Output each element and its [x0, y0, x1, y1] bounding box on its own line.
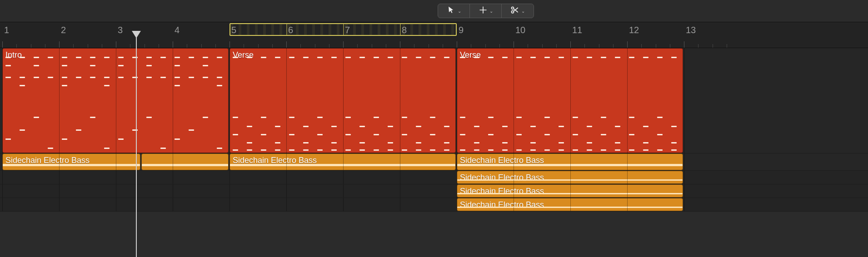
pencil-tool[interactable]: ⌄: [470, 4, 502, 18]
ruler-subtick: [244, 44, 244, 48]
grid-line: [684, 153, 684, 170]
ruler-tick: [173, 41, 173, 48]
grid-line: [59, 198, 60, 211]
ruler-subtick: [471, 44, 471, 48]
ruler-tick: [457, 41, 457, 48]
grid-line: [457, 184, 457, 198]
ruler-subtick: [88, 44, 88, 48]
playhead[interactable]: [136, 32, 137, 257]
grid-line: [400, 171, 400, 184]
ruler-subtick: [386, 44, 386, 48]
scissors-icon: [510, 5, 519, 16]
ruler-subtick: [641, 44, 642, 48]
ruler-subtick: [159, 44, 159, 48]
grid-line: [570, 48, 571, 153]
grid-line: [343, 184, 344, 198]
grid-line: [116, 184, 116, 198]
grid-line: [514, 48, 514, 153]
grid-line: [59, 153, 60, 170]
grid-line: [286, 153, 287, 170]
midi-region[interactable]: Intro: [2, 48, 229, 153]
ruler-tick: [570, 41, 571, 48]
toolbar-strip: ⌄⌄⌄: [0, 0, 868, 22]
audio-region[interactable]: Sidechain Electro Bass: [457, 153, 683, 170]
ruler-subtick: [329, 44, 329, 48]
track-lane[interactable]: IntroVerseVerse: [0, 48, 868, 153]
audio-region[interactable]: Sidechain Electro Bass: [2, 153, 140, 170]
grid-line: [286, 198, 287, 211]
grid-line: [400, 184, 400, 198]
ruler-subtick: [556, 44, 557, 48]
bar-number: 3: [118, 25, 123, 35]
pointer-tool[interactable]: ⌄: [438, 4, 470, 18]
arrange-window: ⌄⌄⌄ 12345678910111213 IntroVerseVerseSid…: [0, 0, 868, 257]
track-lane[interactable]: Sidechain Electro Bass: [0, 198, 868, 212]
grid-line: [684, 198, 684, 211]
grid-line: [286, 184, 287, 198]
ruler-tick: [116, 41, 116, 48]
grid-line: [286, 171, 287, 184]
ruler-subtick: [357, 44, 358, 48]
ruler-tick: [286, 41, 287, 48]
ruler-subtick: [73, 44, 74, 48]
ruler-subtick: [16, 44, 17, 48]
region-label: Sidechain Electro Bass: [460, 173, 544, 183]
ruler-subtick: [584, 44, 585, 48]
grid-line: [173, 153, 173, 170]
ruler-subtick: [414, 44, 414, 48]
track-lane[interactable]: Sidechain Electro BassSidechain Electro …: [0, 153, 868, 171]
audio-region[interactable]: Sidechain Electro Bass: [457, 184, 683, 198]
grid-line: [229, 198, 230, 211]
audio-waveform: [457, 193, 683, 194]
crosshair-icon: [479, 5, 488, 16]
cycle-bar-marker: [400, 23, 401, 35]
scissor-tool[interactable]: ⌄: [502, 4, 534, 18]
ruler-subtick: [315, 44, 315, 48]
bar-number: 9: [459, 25, 464, 35]
grid-line: [59, 171, 60, 184]
grid-line: [116, 153, 116, 170]
chevron-down-icon: ⌄: [521, 9, 525, 14]
ruler-tick: [400, 41, 400, 48]
ruler-subtick: [528, 44, 528, 48]
grid-line: [570, 198, 571, 211]
grid-line: [457, 48, 457, 153]
audio-region[interactable]: Sidechain Electro Bass: [229, 153, 456, 170]
bar-number: 13: [686, 25, 696, 35]
grid-line: [59, 184, 60, 198]
region-label: Sidechain Electro Bass: [460, 187, 544, 196]
midi-region[interactable]: Verse: [229, 48, 456, 153]
grid-line: [684, 48, 684, 153]
grid-line: [2, 48, 3, 153]
grid-line: [627, 184, 628, 198]
tracks-area[interactable]: IntroVerseVerseSidechain Electro BassSid…: [0, 48, 868, 257]
grid-line: [400, 153, 400, 170]
grid-line: [173, 198, 173, 211]
grid-line: [627, 171, 628, 184]
grid-line: [286, 48, 287, 153]
track-lane[interactable]: Sidechain Electro Bass: [0, 171, 868, 184]
grid-line: [570, 171, 571, 184]
ruler-subtick: [300, 44, 301, 48]
grid-line: [229, 48, 230, 153]
grid-line: [173, 48, 173, 153]
grid-line: [343, 48, 344, 153]
grid-line: [229, 153, 230, 170]
ruler-tick: [343, 41, 344, 48]
ruler-subtick: [258, 44, 259, 48]
timeline-ruler[interactable]: 12345678910111213: [0, 22, 868, 48]
ruler-subtick: [272, 44, 273, 48]
ruler-subtick: [429, 44, 429, 48]
track-lane[interactable]: Sidechain Electro Bass: [0, 184, 868, 198]
audio-region[interactable]: [141, 153, 229, 170]
audio-region[interactable]: Sidechain Electro Bass: [457, 198, 683, 211]
grid-line: [457, 171, 457, 184]
grid-line: [116, 171, 116, 184]
grid-line: [2, 153, 3, 170]
audio-region[interactable]: Sidechain Electro Bass: [457, 171, 683, 184]
midi-notes: [230, 49, 455, 153]
ruler-subtick: [145, 44, 145, 48]
midi-region[interactable]: Verse: [457, 48, 683, 153]
region-label: Sidechain Electro Bass: [460, 200, 544, 210]
grid-line: [514, 184, 514, 198]
